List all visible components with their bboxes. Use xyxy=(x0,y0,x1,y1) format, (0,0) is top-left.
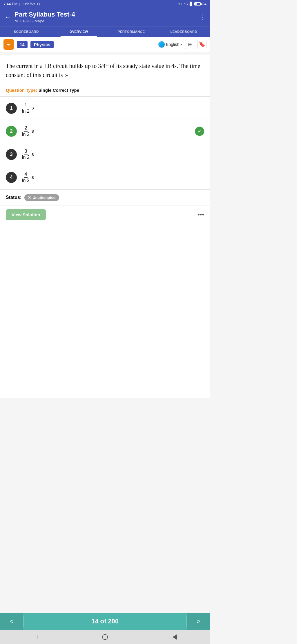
status-music-icon: ♪ xyxy=(42,2,44,6)
status-yt-icon: YT xyxy=(178,2,182,6)
header: ← Part Syllabus Test-4 NEET-UG - Major ⋮ xyxy=(0,8,210,26)
status-badge-text: Unattempted xyxy=(32,195,55,200)
battery-fill xyxy=(195,3,197,5)
status-speed: 1.6KB/s xyxy=(22,2,35,6)
status-section: Status: ✕ Unattempted xyxy=(0,189,210,206)
question-type-label: Question Type: xyxy=(6,88,37,93)
pagination-display: 14 of 200 xyxy=(23,618,186,625)
question-type-value: Single Correct Type xyxy=(39,88,79,93)
more-options-dots[interactable]: ••• xyxy=(198,211,204,218)
option-4[interactable]: 4 4 ln 2 s xyxy=(0,166,210,189)
more-options-button[interactable]: ⋮ xyxy=(199,13,205,21)
option-2-circle: 2 xyxy=(6,126,17,137)
status-badge: ✕ Unattempted xyxy=(24,194,59,201)
tab-scoreboard[interactable]: SCOREBOARD xyxy=(0,26,52,37)
language-chevron: ▾ xyxy=(180,43,182,46)
battery-level: 34 xyxy=(202,2,207,6)
android-recents-icon xyxy=(33,635,37,639)
nav-bottom: < 14 of 200 > xyxy=(0,613,210,630)
tab-leaderboard[interactable]: LEADERBOARD xyxy=(157,26,210,37)
question-type-section: Question Type: Single Correct Type xyxy=(0,84,210,96)
tab-performance[interactable]: PERFORMANCE xyxy=(105,26,157,37)
status-bar-left: 7:44 PM | 1.6KB/s ⊙ ♪ xyxy=(3,2,44,6)
option-3-circle: 3 xyxy=(6,149,17,160)
status-badge-icon: ✕ xyxy=(28,195,31,200)
header-title: Part Syllabus Test-4 xyxy=(15,11,195,18)
status-bar: 7:44 PM | 1.6KB/s ⊙ ♪ YT 4G ▊ 34 xyxy=(0,0,210,8)
option-4-text: 4 ln 2 s xyxy=(21,171,204,184)
prev-question-button[interactable]: < xyxy=(0,613,23,630)
battery-icon xyxy=(194,2,201,6)
extra-content xyxy=(0,224,210,398)
option-1[interactable]: 1 1 ln 2 s xyxy=(0,97,210,120)
globe-icon: 🌐 xyxy=(158,41,165,48)
status-network-type: 4G xyxy=(184,2,188,6)
view-solution-button[interactable]: View Solution xyxy=(6,209,46,220)
android-home-icon xyxy=(102,634,108,640)
tab-overview[interactable]: OVERVIEW xyxy=(52,26,105,37)
android-nav-bar xyxy=(0,630,210,644)
question-text: The current in a LR circuit builds up to… xyxy=(6,62,204,80)
header-title-block: Part Syllabus Test-4 NEET-UG - Major xyxy=(15,11,195,23)
question-bar: 14 Physics 🌐 English ▾ ⊕ 🔖 xyxy=(0,37,210,52)
superscript-th: th xyxy=(106,62,108,67)
option-1-text: 1 ln 2 s xyxy=(21,102,204,114)
option-2-text: 2 ln 2 s xyxy=(21,125,190,138)
question-number-badge: 14 xyxy=(17,41,28,48)
subject-badge: Physics xyxy=(30,41,54,48)
language-label: English xyxy=(166,42,179,47)
option-4-circle: 4 xyxy=(6,172,17,183)
option-1-circle: 1 xyxy=(6,103,17,114)
correct-checkmark: ✓ xyxy=(195,127,204,136)
filter-button[interactable] xyxy=(3,39,14,50)
android-back-button[interactable] xyxy=(169,631,181,643)
filter-icon xyxy=(6,42,12,47)
android-back-icon xyxy=(173,634,177,640)
android-home-button[interactable] xyxy=(99,631,111,643)
language-selector[interactable]: 🌐 English ▾ xyxy=(158,41,182,48)
option-2[interactable]: 2 2 ln 2 s ✓ xyxy=(0,120,210,143)
zoom-button[interactable]: ⊕ xyxy=(185,40,194,49)
status-bar-right: YT 4G ▊ 34 xyxy=(178,2,207,6)
next-question-button[interactable]: > xyxy=(187,613,210,630)
option-3[interactable]: 3 3 ln 2 s xyxy=(0,143,210,166)
android-recents-button[interactable] xyxy=(29,631,41,643)
bottom-action-bar: View Solution ••• xyxy=(0,206,210,224)
status-timer-icon: ⊙ xyxy=(37,2,40,6)
question-content: The current in a LR circuit builds up to… xyxy=(0,55,210,84)
status-time: 7:44 PM xyxy=(3,2,17,6)
header-subtitle: NEET-UG - Major xyxy=(15,19,195,23)
option-3-text: 3 ln 2 s xyxy=(21,148,204,161)
status-signal-icon: ▊ xyxy=(190,2,193,6)
status-network: | xyxy=(19,2,20,6)
bookmark-icon: 🔖 xyxy=(199,41,205,48)
back-button[interactable]: ← xyxy=(5,13,11,21)
status-label: Status: xyxy=(6,195,21,200)
option-4-fraction: 4 ln 2 xyxy=(21,171,30,184)
options-section: 1 1 ln 2 s 2 2 ln 2 s ✓ 3 3 xyxy=(0,97,210,189)
option-2-fraction: 2 ln 2 xyxy=(21,125,30,138)
bookmark-button[interactable]: 🔖 xyxy=(197,40,207,49)
option-1-fraction: 1 ln 2 xyxy=(21,102,30,114)
option-3-fraction: 3 ln 2 xyxy=(21,148,30,161)
nav-tabs: SCOREBOARD OVERVIEW PERFORMANCE LEADERBO… xyxy=(0,26,210,37)
zoom-icon: ⊕ xyxy=(188,41,192,48)
